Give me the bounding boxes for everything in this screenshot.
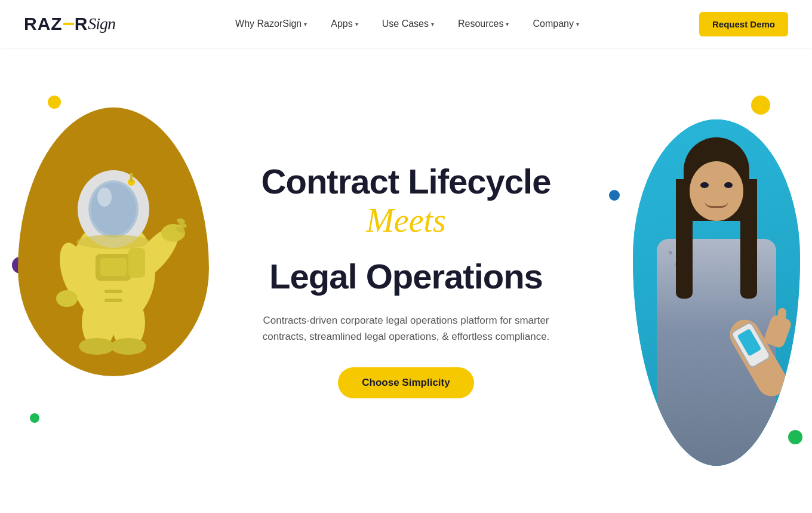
svg-rect-20 <box>104 299 122 302</box>
hero-title-line1: Contract Lifecycle <box>262 162 551 201</box>
logo[interactable]: RAZR Sign <box>24 14 115 34</box>
nav-label-company: Company <box>533 19 573 29</box>
svg-point-18 <box>110 338 146 355</box>
person-background <box>633 119 800 466</box>
svg-rect-19 <box>104 290 122 293</box>
hero-title-line2: Legal Operations <box>269 257 543 296</box>
chevron-down-icon: ▾ <box>506 21 509 27</box>
person-image <box>633 119 800 466</box>
svg-rect-21 <box>128 248 145 278</box>
svg-point-9 <box>56 290 78 307</box>
astronaut-figure <box>24 102 203 382</box>
svg-point-7 <box>76 235 150 249</box>
logo-sign: Sign <box>88 14 115 33</box>
navigation: RAZR Sign Why RazorSign ▾ Apps ▾ Use Cas… <box>0 0 812 48</box>
request-demo-button[interactable]: Request Demo <box>699 12 788 36</box>
nav-label-use-cases: Use Cases <box>382 19 429 29</box>
hero-title-meets: Meets <box>251 201 561 241</box>
nav-item-company[interactable]: Company ▾ <box>523 14 588 34</box>
nav-label-why-razorsign: Why RazorSign <box>235 19 302 29</box>
hero-title: Contract Lifecycle Meets Legal Operation… <box>251 162 561 296</box>
choose-simplicity-button[interactable]: Choose Simplicity <box>338 367 473 398</box>
nav-label-resources: Resources <box>458 19 503 29</box>
dot-blue-center <box>609 190 620 201</box>
hero-subtitle: Contracts-driven corporate legal operati… <box>251 312 561 345</box>
nav-item-why-razorsign[interactable]: Why RazorSign ▾ <box>226 14 316 34</box>
chevron-down-icon: ▾ <box>431 21 434 27</box>
nav-label-apps: Apps <box>331 19 352 29</box>
hero-content: Contract Lifecycle Meets Legal Operation… <box>251 162 561 398</box>
svg-point-6 <box>97 188 112 207</box>
logo-razor: RAZR <box>24 14 88 34</box>
svg-point-17 <box>79 338 115 355</box>
hero-section: Contract Lifecycle Meets Legal Operation… <box>0 48 812 513</box>
svg-rect-23 <box>130 173 133 182</box>
nav-links: Why RazorSign ▾ Apps ▾ Use Cases ▾ Resou… <box>226 14 589 34</box>
svg-point-5 <box>91 183 136 235</box>
svg-point-14 <box>176 218 185 224</box>
svg-rect-2 <box>100 258 127 276</box>
dot-yellow-topright <box>751 96 770 115</box>
nav-item-apps[interactable]: Apps ▾ <box>321 14 367 34</box>
chevron-down-icon: ▾ <box>355 21 358 27</box>
chevron-down-icon: ▾ <box>304 21 307 27</box>
nav-item-resources[interactable]: Resources ▾ <box>448 14 518 34</box>
astronaut-svg <box>30 116 197 367</box>
astronaut-image <box>0 96 227 382</box>
dot-green-bottomleft <box>30 413 39 423</box>
person-face <box>690 161 743 221</box>
nav-item-use-cases[interactable]: Use Cases ▾ <box>373 14 444 34</box>
chevron-down-icon: ▾ <box>576 21 579 27</box>
